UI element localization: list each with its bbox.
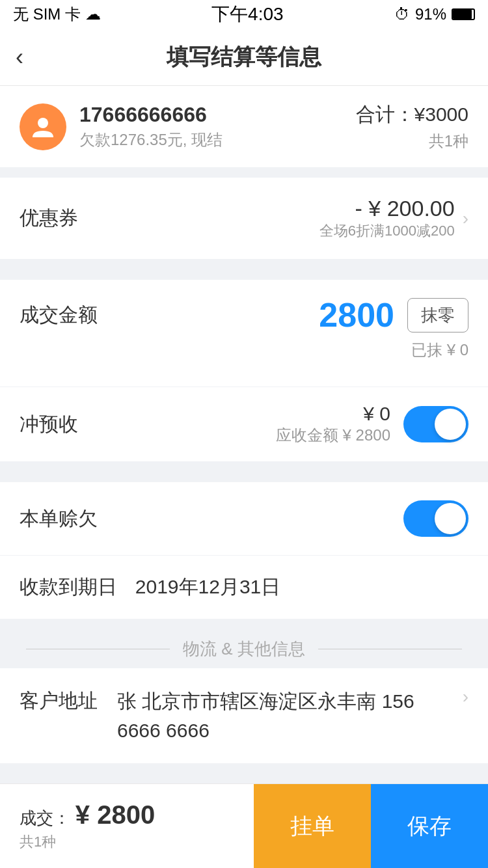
prereceive-right: ¥ 0 应收金额 ¥ 2800 — [276, 403, 468, 446]
coupon-desc: 全场6折满1000减200 — [319, 221, 455, 241]
deferred-label: 本单赊欠 — [20, 506, 98, 532]
separator-1 — [0, 269, 488, 280]
status-left: 无 SIM 卡 ☁ — [13, 4, 101, 25]
prereceive-label: 冲预收 — [20, 411, 78, 438]
chevron-right-icon: › — [463, 208, 468, 229]
deferred-toggle[interactable] — [403, 500, 468, 537]
duedate-label: 收款到期日 — [20, 576, 117, 597]
bottom-deal-label: 成交： — [20, 808, 70, 828]
status-bar: 无 SIM 卡 ☁ 下午4:03 ⏱ 91% — [0, 0, 488, 29]
separator-2 — [0, 461, 488, 472]
logistics-divider: 物流 & 其他信息 — [0, 638, 488, 660]
customer-total: 合计：¥3000 — [356, 102, 468, 128]
nav-bar: ‹ 填写结算等信息 — [0, 29, 488, 86]
bottom-summary: 成交： ¥ 2800 共1种 — [0, 800, 254, 852]
main-content: 17666666666 欠款1276.35元, 现结 合计：¥3000 共1种 … — [0, 86, 488, 868]
deferred-section: 本单赊欠 — [0, 482, 488, 555]
coupon-amount: - ¥ 200.00 — [319, 196, 455, 221]
amount-value: 2800 — [319, 295, 394, 334]
coupon-section[interactable]: 优惠券 - ¥ 200.00 全场6折满1000减200 › — [0, 178, 488, 259]
logistics-separator: 物流 & 其他信息 — [0, 629, 488, 668]
sim-status: 无 SIM 卡 ☁ — [13, 4, 101, 25]
bottom-deal-amount: ¥ 2800 — [75, 800, 155, 829]
customer-phone: 17666666666 — [79, 103, 223, 127]
customer-section: 17666666666 欠款1276.35元, 现结 合计：¥3000 共1种 — [0, 86, 488, 167]
bottom-bar: 成交： ¥ 2800 共1种 挂单 保存 — [0, 783, 488, 868]
address-section[interactable]: 客户地址 张 北京市市辖区海淀区永丰南 156 6666 6666 › — [0, 668, 488, 763]
prereceive-main-amount: ¥ 0 — [276, 403, 390, 425]
coupon-right: - ¥ 200.00 全场6折满1000减200 › — [319, 196, 468, 241]
duedate-value: 2019年12月31日 — [135, 576, 280, 597]
back-button[interactable]: ‹ — [16, 44, 23, 71]
coupon-label: 优惠券 — [20, 205, 78, 232]
round-button[interactable]: 抹零 — [407, 298, 468, 332]
address-chevron-icon: › — [463, 686, 468, 707]
amount-row: 成交金额 2800 抹零 — [20, 295, 468, 334]
amount-label: 成交金额 — [20, 302, 98, 329]
divider-line-left — [26, 649, 170, 649]
status-time: 下午4:03 — [211, 2, 284, 27]
bottom-deal-count: 共1种 — [20, 832, 234, 852]
customer-left: 17666666666 欠款1276.35元, 现结 — [20, 103, 223, 150]
customer-count: 共1种 — [356, 131, 468, 152]
page-title: 填写结算等信息 — [167, 42, 321, 72]
address-label: 客户地址 — [20, 686, 98, 714]
prereceive-amount: ¥ 0 应收金额 ¥ 2800 — [276, 403, 390, 446]
avatar — [20, 103, 66, 150]
save-button[interactable]: 保存 — [371, 784, 488, 869]
bottom-deal-row: 成交： ¥ 2800 — [20, 800, 234, 830]
battery-level: 91% — [415, 5, 446, 23]
prereceive-row: 冲预收 ¥ 0 应收金额 ¥ 2800 — [20, 403, 468, 446]
svg-point-0 — [38, 118, 48, 128]
duedate-section: 收款到期日 2019年12月31日 — [0, 555, 488, 619]
deferred-toggle-knob — [435, 503, 466, 534]
logistics-label: 物流 & 其他信息 — [183, 638, 305, 660]
customer-right: 合计：¥3000 共1种 — [356, 102, 468, 152]
amount-value-wrap: 2800 抹零 — [319, 295, 468, 334]
divider-line-right — [318, 649, 462, 649]
toggle-knob — [435, 409, 466, 440]
amount-section: 成交金额 2800 抹零 已抹 ¥ 0 — [0, 280, 488, 387]
prereceive-toggle[interactable] — [403, 406, 468, 442]
hold-button[interactable]: 挂单 — [254, 784, 371, 869]
customer-info: 17666666666 欠款1276.35元, 现结 — [79, 103, 223, 150]
prereceive-sub-amount: 应收金额 ¥ 2800 — [276, 425, 390, 446]
address-value: 张 北京市市辖区海淀区永丰南 156 6666 6666 — [117, 686, 455, 745]
prereceive-section: 冲预收 ¥ 0 应收金额 ¥ 2800 — [0, 387, 488, 461]
battery-bar — [452, 8, 475, 20]
status-right: ⏱ 91% — [394, 5, 475, 23]
customer-debt: 欠款1276.35元, 现结 — [79, 129, 223, 150]
amount-sub-text: 已抹 ¥ 0 — [20, 340, 468, 360]
battery-icon: ⏱ — [394, 5, 410, 23]
